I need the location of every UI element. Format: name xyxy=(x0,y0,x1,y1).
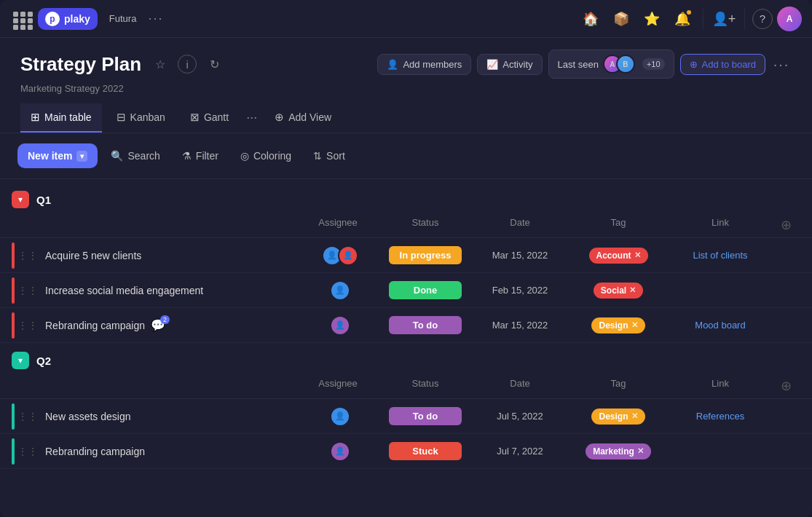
tag-label: Design xyxy=(599,411,628,422)
tab-kanban[interactable]: ⊟ Kanban xyxy=(106,103,176,133)
favorite-icon[interactable]: ☆ xyxy=(150,54,170,74)
tag-remove-icon[interactable]: ✕ xyxy=(631,411,638,421)
logo-badge[interactable]: p plaky xyxy=(38,8,98,30)
title-actions: ☆ i ↻ xyxy=(150,54,224,74)
link-text[interactable]: References xyxy=(696,411,744,422)
assignee-cell[interactable]: 👤 xyxy=(298,315,378,336)
tag-cell[interactable]: Social ✕ xyxy=(567,283,669,299)
add-to-board-label: Add to board xyxy=(702,59,756,70)
sort-label: Sort xyxy=(326,150,345,162)
tag-cell[interactable]: Marketing ✕ xyxy=(567,443,669,459)
kanban-tab-label: Kanban xyxy=(130,111,165,123)
main-table-tab-icon: ⊞ xyxy=(31,111,40,124)
add-to-board-button[interactable]: ⊕ Add to board xyxy=(680,54,765,75)
status-cell[interactable]: Done xyxy=(378,281,473,299)
q1-table-header: Assignee Status Date Tag Link ⊕ xyxy=(0,213,812,238)
tag-remove-icon[interactable]: ✕ xyxy=(629,285,636,295)
filter-label: Filter xyxy=(196,150,218,162)
group-q1-chevron[interactable]: ▾ xyxy=(12,191,29,208)
drag-handle[interactable]: ⋮⋮ xyxy=(12,250,38,261)
date-cell: Mar 15, 2022 xyxy=(473,250,567,261)
row-name-rebranding: Rebranding campaign 💬 2 xyxy=(38,318,298,332)
logo-icon: p xyxy=(45,12,60,26)
link-text[interactable]: Mood board xyxy=(695,320,745,331)
tag-remove-icon[interactable]: ✕ xyxy=(631,320,638,330)
add-column-button-q1[interactable]: ⊕ xyxy=(771,217,800,233)
row-indicator xyxy=(12,277,15,304)
toolbar: New item ▾ 🔍 Search ⚗ Filter ◎ Coloring … xyxy=(0,133,812,179)
filter-button[interactable]: ⚗ Filter xyxy=(173,144,227,167)
drag-handle[interactable]: ⋮⋮ xyxy=(12,411,38,422)
new-item-chevron[interactable]: ▾ xyxy=(76,151,87,162)
grid-menu-icon[interactable] xyxy=(10,9,31,29)
assignee-cell[interactable]: 👤 xyxy=(298,406,378,427)
notifications-icon[interactable]: 🔔 xyxy=(669,6,695,32)
refresh-icon[interactable]: ↻ xyxy=(204,54,224,74)
workspace-more-button[interactable]: ··· xyxy=(148,11,163,26)
tab-gantt[interactable]: ⊠ Gantt xyxy=(180,103,239,133)
tag-cell[interactable]: Account ✕ xyxy=(567,248,669,264)
link-text[interactable]: List of clients xyxy=(693,250,747,261)
search-button[interactable]: 🔍 Search xyxy=(102,144,168,167)
last-seen-label: Last seen xyxy=(558,59,599,70)
status-badge: Done xyxy=(389,281,462,299)
drag-handle[interactable]: ⋮⋮ xyxy=(12,446,38,457)
assignee-cell[interactable]: 👤 xyxy=(298,441,378,462)
row-name-rebranding-q2: Rebranding campaign xyxy=(38,446,298,457)
more-options-icon[interactable]: ··· xyxy=(771,54,792,74)
status-cell[interactable]: In progress xyxy=(378,246,473,264)
status-cell[interactable]: Stuck xyxy=(378,442,473,460)
status-cell[interactable]: To do xyxy=(378,316,473,334)
tag-badge: Account ✕ xyxy=(589,248,648,264)
help-icon[interactable]: ? xyxy=(752,9,773,29)
sort-button[interactable]: ⇅ Sort xyxy=(304,144,354,167)
avatar-2: B xyxy=(616,55,635,74)
row-indicator xyxy=(12,438,15,465)
info-icon[interactable]: i xyxy=(178,55,197,74)
tab-main-table[interactable]: ⊞ Main table xyxy=(20,103,102,133)
search-icon: 🔍 xyxy=(111,150,123,162)
col-name-q2 xyxy=(38,378,298,394)
link-cell[interactable]: List of clients xyxy=(669,250,771,261)
add-column-button-q2[interactable]: ⊕ xyxy=(771,378,800,394)
col-date: Date xyxy=(473,217,567,233)
tag-remove-icon[interactable]: ✕ xyxy=(634,250,641,260)
tag-cell[interactable]: Design ✕ xyxy=(567,317,669,334)
col-assignee: Assignee xyxy=(298,217,378,233)
status-cell[interactable]: To do xyxy=(378,407,473,425)
add-member-nav-icon[interactable]: 👤+ xyxy=(711,6,737,32)
user-avatar[interactable]: A xyxy=(777,7,802,31)
link-cell[interactable]: Mood board xyxy=(669,320,771,331)
comment-badge-wrapper[interactable]: 💬 2 xyxy=(151,318,165,332)
drag-handle[interactable]: ⋮⋮ xyxy=(12,285,38,296)
workspace-name[interactable]: Futura xyxy=(105,13,141,24)
tag-remove-icon[interactable]: ✕ xyxy=(637,446,644,456)
assignee-cell[interactable]: 👤 xyxy=(298,280,378,301)
group-q2-chevron[interactable]: ▾ xyxy=(12,352,29,369)
table-row: ⋮⋮ Acquire 5 new clients 👤 👤 In progress… xyxy=(0,238,812,273)
tabs-more-button[interactable]: ··· xyxy=(243,103,260,133)
notification-dot xyxy=(685,9,693,16)
group-q1: ▾ Q1 Assignee Status Date Tag Link ⊕ ⋮⋮ … xyxy=(0,186,812,343)
add-to-board-icon: ⊕ xyxy=(690,59,698,70)
link-cell[interactable]: References xyxy=(669,411,771,422)
coloring-button[interactable]: ◎ Coloring xyxy=(232,144,300,167)
home-icon[interactable]: 🏠 xyxy=(578,6,604,32)
tag-cell[interactable]: Design ✕ xyxy=(567,409,669,425)
last-seen-section[interactable]: Last seen A B +10 xyxy=(548,50,674,79)
box-icon[interactable]: 📦 xyxy=(608,6,634,32)
filter-icon: ⚗ xyxy=(182,150,192,162)
tab-add-view[interactable]: ⊕ Add View xyxy=(264,103,342,133)
add-members-button[interactable]: 👤 Add members xyxy=(377,54,471,75)
row-name-text: Rebranding campaign xyxy=(45,320,145,331)
tag-badge: Design ✕ xyxy=(591,317,645,334)
assignee-cell[interactable]: 👤 👤 xyxy=(298,245,378,266)
new-item-button[interactable]: New item ▾ xyxy=(17,143,98,168)
drag-handle[interactable]: ⋮⋮ xyxy=(12,320,38,331)
star-icon[interactable]: ⭐ xyxy=(639,6,665,32)
col-drag xyxy=(12,217,38,233)
add-members-label: Add members xyxy=(403,59,462,70)
activity-button[interactable]: 📈 Activity xyxy=(477,54,542,75)
status-badge: To do xyxy=(389,316,462,334)
main-content: ▾ Q1 Assignee Status Date Tag Link ⊕ ⋮⋮ … xyxy=(0,179,812,517)
